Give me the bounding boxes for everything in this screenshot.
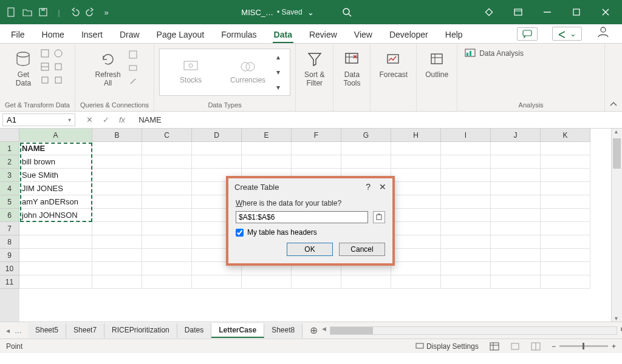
- cell[interactable]: [142, 275, 192, 289]
- cell[interactable]: [491, 142, 541, 155]
- cell[interactable]: [491, 222, 541, 235]
- minimize-button[interactable]: [533, 0, 561, 24]
- cell[interactable]: [441, 235, 491, 249]
- row-header[interactable]: 9: [0, 249, 19, 262]
- stocks-item[interactable]: Stocks: [162, 52, 219, 93]
- cell[interactable]: [142, 155, 192, 169]
- dialog-help-button[interactable]: ?: [366, 182, 371, 192]
- cell[interactable]: [541, 249, 590, 262]
- currencies-item[interactable]: Currencies: [219, 52, 276, 93]
- cell[interactable]: [391, 262, 441, 275]
- cell[interactable]: [441, 249, 491, 262]
- cancel-formula-icon[interactable]: ✕: [86, 115, 93, 124]
- cell[interactable]: [491, 169, 541, 182]
- view-break-icon[interactable]: [531, 342, 541, 351]
- cell[interactable]: [142, 195, 192, 209]
- search-icon[interactable]: [342, 7, 352, 17]
- col-header[interactable]: J: [491, 129, 541, 142]
- cell[interactable]: Sue SMith: [19, 169, 92, 182]
- col-header[interactable]: E: [242, 129, 292, 142]
- saved-indicator[interactable]: • Saved: [277, 8, 302, 16]
- cell[interactable]: NAME: [19, 142, 92, 155]
- horizontal-scrollbar[interactable]: ◀▶: [330, 326, 617, 335]
- tab-page-layout[interactable]: Page Layout: [156, 26, 206, 43]
- from-web-icon[interactable]: [53, 49, 64, 59]
- accept-formula-icon[interactable]: ✓: [103, 115, 109, 124]
- cell[interactable]: [142, 262, 192, 275]
- cell[interactable]: [19, 262, 92, 275]
- cell[interactable]: [142, 142, 192, 155]
- cell[interactable]: [391, 169, 441, 182]
- cell[interactable]: [541, 169, 590, 182]
- cell[interactable]: [491, 209, 541, 222]
- sheet-tab[interactable]: Dates: [177, 323, 211, 338]
- outline-button[interactable]: Outline: [422, 49, 452, 80]
- cell[interactable]: [541, 182, 590, 195]
- cell[interactable]: [391, 209, 441, 222]
- col-header[interactable]: K: [541, 129, 590, 142]
- maximize-button[interactable]: [562, 0, 590, 24]
- cell[interactable]: [142, 209, 192, 222]
- gallery-down-icon[interactable]: ▾: [276, 68, 287, 76]
- cell[interactable]: [341, 142, 391, 155]
- row-header[interactable]: 5: [0, 195, 19, 209]
- diamond-icon[interactable]: [475, 0, 503, 24]
- account-icon[interactable]: [596, 25, 612, 41]
- zoom-in-icon[interactable]: +: [612, 342, 616, 351]
- cell[interactable]: [142, 182, 192, 195]
- cell[interactable]: [391, 249, 441, 262]
- cell[interactable]: JIM JONES: [19, 182, 92, 195]
- dialog-close-button[interactable]: ✕: [379, 182, 386, 192]
- chevron-down-icon[interactable]: ▾: [68, 116, 71, 123]
- sheet-tab-active[interactable]: LetterCase: [211, 323, 264, 338]
- col-header[interactable]: F: [292, 129, 341, 142]
- cell[interactable]: [441, 262, 491, 275]
- cell[interactable]: [391, 222, 441, 235]
- properties-icon[interactable]: [128, 63, 138, 73]
- scroll-up-icon[interactable]: ▲: [613, 129, 619, 135]
- col-header[interactable]: C: [142, 129, 192, 142]
- scroll-down-icon[interactable]: ▼: [613, 315, 619, 322]
- cell[interactable]: [491, 195, 541, 209]
- cell[interactable]: [92, 249, 142, 262]
- cell[interactable]: [391, 275, 441, 289]
- cell[interactable]: [242, 275, 292, 289]
- formula-input[interactable]: NAME: [134, 114, 622, 126]
- col-header[interactable]: D: [192, 129, 242, 142]
- tab-home[interactable]: Home: [41, 26, 66, 43]
- display-settings-button[interactable]: Display Settings: [415, 342, 479, 351]
- zoom-slider[interactable]: [559, 345, 608, 347]
- cell[interactable]: [341, 155, 391, 169]
- ribbon-display-icon[interactable]: [504, 0, 532, 24]
- cell[interactable]: [441, 209, 491, 222]
- row-header[interactable]: 2: [0, 155, 19, 169]
- queries-pane-icon[interactable]: [128, 50, 138, 59]
- col-header[interactable]: A: [19, 129, 92, 142]
- gallery-more-icon[interactable]: ▾: [276, 83, 287, 92]
- cell[interactable]: [142, 222, 192, 235]
- cell[interactable]: [292, 155, 341, 169]
- cell[interactable]: [292, 142, 341, 155]
- zoom-controls[interactable]: − +: [552, 342, 616, 351]
- cell[interactable]: amY anDERson: [19, 195, 92, 209]
- sort-filter-button[interactable]: Sort & Filter: [301, 49, 328, 89]
- cell[interactable]: [192, 155, 242, 169]
- sheet-tab[interactable]: RICEPrioritization: [104, 323, 177, 338]
- tab-file[interactable]: File: [10, 26, 26, 43]
- cell[interactable]: [142, 235, 192, 249]
- comments-button[interactable]: [517, 27, 538, 41]
- cell[interactable]: [92, 222, 142, 235]
- select-all-corner[interactable]: [0, 129, 19, 142]
- cell[interactable]: [242, 142, 292, 155]
- col-header[interactable]: B: [92, 129, 142, 142]
- row-header[interactable]: 3: [0, 169, 19, 182]
- cell[interactable]: [541, 275, 590, 289]
- close-button[interactable]: [592, 0, 620, 24]
- vertical-scrollbar[interactable]: ▲ ▼: [611, 129, 622, 322]
- chevron-down-icon[interactable]: ⌄: [307, 8, 314, 17]
- cell[interactable]: [491, 249, 541, 262]
- cell[interactable]: [92, 209, 142, 222]
- cell[interactable]: [92, 169, 142, 182]
- from-text-icon[interactable]: [40, 49, 51, 59]
- cell[interactable]: [192, 142, 242, 155]
